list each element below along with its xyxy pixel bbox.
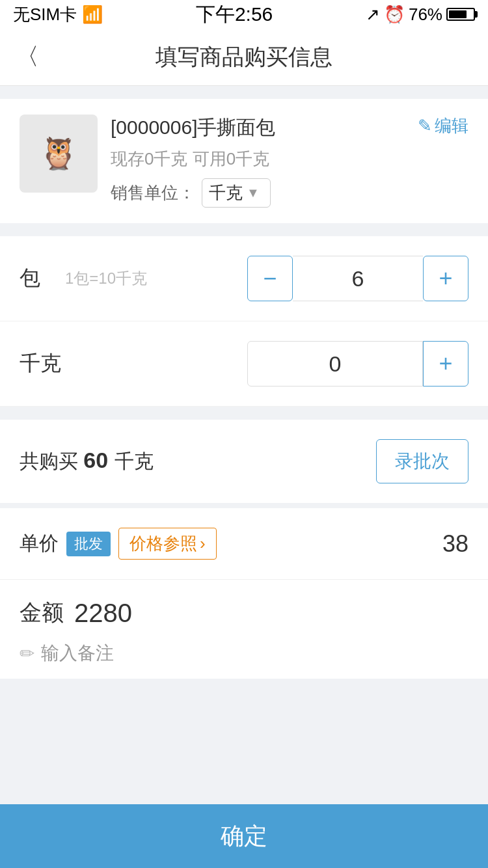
amount-row: 金额 2280 (20, 598, 468, 628)
summary-qty: 60 (83, 448, 114, 472)
amount-label: 金额 (20, 598, 64, 628)
product-unit-row: 销售单位： 千克 ▼ (111, 178, 468, 208)
price-value: 38 (442, 530, 468, 558)
summary-prefix: 共购买 (20, 450, 78, 472)
qty-control-kg: + (247, 341, 468, 387)
product-image: 🦉 (20, 115, 98, 193)
unit-value: 千克 (209, 182, 243, 204)
price-ref-button[interactable]: 价格参照 › (118, 528, 217, 560)
back-button[interactable]: 〈 (16, 41, 39, 73)
status-bar: 无SIM卡 📶 下午2:56 ↗ ⏰ 76% (0, 0, 488, 29)
note-placeholder: 输入备注 (41, 641, 114, 666)
unit-select[interactable]: 千克 ▼ (202, 178, 271, 208)
status-left: 无SIM卡 📶 (13, 3, 103, 26)
status-right: ↗ ⏰ 76% (366, 5, 475, 25)
price-ref-label: 价格参照 (129, 532, 197, 555)
time-label: 下午2:56 (196, 1, 273, 28)
page-title: 填写商品购买信息 (156, 42, 332, 72)
edit-button[interactable]: ✎ 编辑 (418, 115, 468, 137)
price-label: 单价 (20, 530, 59, 557)
wifi-icon: 📶 (82, 5, 103, 25)
price-tag: 批发 (66, 532, 111, 556)
product-logo-icon: 🦉 (39, 135, 78, 172)
note-row[interactable]: ✏ 输入备注 (20, 641, 468, 666)
qty-section: 包 1包=10千克 − + 千克 + (0, 236, 488, 407)
summary-text: 共购买 60 千克 (20, 448, 154, 475)
qty-row-bag: 包 1包=10千克 − + (0, 236, 488, 321)
qty-control-bag: − + (247, 256, 468, 301)
summary-section: 共购买 60 千克 录批次 (0, 420, 488, 508)
product-stock: 现存0千克 可用0千克 (111, 148, 468, 170)
nav-bar: 〈 填写商品购买信息 (0, 29, 488, 86)
summary-unit: 千克 (115, 450, 154, 472)
qty-input-bag[interactable] (293, 256, 423, 301)
battery-fill (449, 10, 467, 18)
amount-section: 金额 2280 ✏ 输入备注 (0, 580, 488, 679)
carrier-label: 无SIM卡 (13, 3, 77, 26)
qty-plus-kg-button[interactable]: + (423, 341, 468, 387)
price-section: 单价 批发 价格参照 › 38 (0, 508, 488, 580)
battery-percent: 76% (409, 5, 442, 25)
qty-plus-button[interactable]: + (423, 256, 468, 301)
chevron-down-icon: ▼ (247, 185, 260, 200)
qty-label-kg: 千克 (20, 349, 61, 378)
location-icon: ↗ (366, 5, 380, 25)
price-ref-arrow-icon: › (200, 534, 206, 554)
battery-bar (446, 8, 475, 21)
unit-label: 销售单位： (111, 182, 195, 204)
qty-row-kg: 千克 + (0, 321, 488, 407)
product-name: [0000006]手撕面包 (111, 115, 418, 141)
note-icon: ✏ (20, 643, 34, 664)
qty-hint-bag: 1包=10千克 (65, 268, 247, 289)
bottom-spacer (0, 679, 488, 750)
batch-button[interactable]: 录批次 (376, 439, 468, 483)
product-section: 🦉 [0000006]手撕面包 ✎ 编辑 现存0千克 可用0千克 销售单位： 千… (0, 99, 488, 223)
product-header: [0000006]手撕面包 ✎ 编辑 (111, 115, 468, 141)
amount-value: 2280 (74, 599, 132, 628)
edit-icon: ✎ (418, 116, 432, 136)
confirm-button[interactable]: 确定 (0, 804, 488, 868)
qty-input-kg[interactable] (247, 341, 423, 387)
alarm-icon: ⏰ (384, 5, 405, 25)
edit-label: 编辑 (435, 115, 468, 137)
product-info: [0000006]手撕面包 ✎ 编辑 现存0千克 可用0千克 销售单位： 千克 … (111, 115, 468, 208)
qty-minus-button[interactable]: − (247, 256, 293, 301)
qty-label-bag: 包 (20, 264, 59, 293)
